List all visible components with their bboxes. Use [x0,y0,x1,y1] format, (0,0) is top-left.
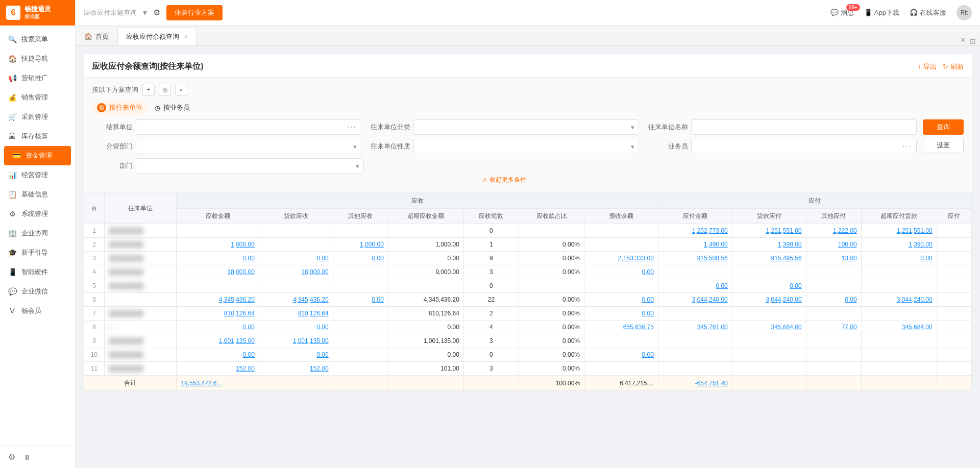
filter-collapse-btn[interactable]: « [175,84,187,96]
tab-close-window-icon[interactable]: × [960,35,966,45]
cell-link[interactable]: 77.00 [842,324,857,331]
sidebar-item-enterprise[interactable]: 🏢企业协同 [0,224,75,243]
row-ap-amt [658,307,732,321]
filter-option-by-staff[interactable]: ◷ 按业务员 [150,101,195,114]
unit-name-input[interactable] [691,119,917,135]
cell-link[interactable]: 4,345,436.20 [293,296,329,303]
dept-select[interactable]: ▾ [136,139,361,154]
cell-link[interactable]: 1,000.00 [231,241,255,248]
cell-link[interactable]: 0.00 [642,310,654,317]
message-button[interactable]: 💬 消息 99+ [830,8,854,17]
cell-link[interactable]: 0.00 [316,255,328,262]
cell-link[interactable]: 345,761.00 [697,324,728,331]
cell-link[interactable]: 3,044,240.00 [692,296,728,303]
tab-close-icon[interactable]: × [184,33,188,40]
app-download-link[interactable]: 📱 App下载 [864,8,899,17]
setting-button[interactable]: 设置 [923,138,964,153]
cell-link[interactable]: 0.00 [372,296,383,303]
cell-link[interactable]: 915,495.56 [771,255,802,262]
sidebar-item-search[interactable]: 🔍搜索菜单 [0,30,75,49]
cell-link[interactable]: 810,126.64 [224,310,255,317]
collapse-icon[interactable]: ⏸ [23,453,31,461]
row-ap [937,224,971,238]
cell-link[interactable]: 1,001,135.00 [293,337,329,344]
table-gear-icon[interactable]: ⚙ [91,205,97,212]
sidebar-item-system[interactable]: ⚙系统管理 [0,204,75,224]
cell-link[interactable]: 0.00 [642,296,654,303]
cell-link[interactable]: 1,000.00 [360,241,384,248]
cell-link[interactable]: 345,684.00 [771,324,802,331]
cell-link[interactable]: 0.00 [316,324,328,331]
cell-link[interactable]: 1,001,135.00 [219,337,255,344]
row-loan-ap: 1,251,551.00 [732,224,806,238]
total-ar-amt[interactable]: 19,553,472,6... [177,376,259,391]
refresh-button[interactable]: ↻ 刷新 [943,62,964,71]
filter-settings-btn[interactable]: ◎ [159,84,171,96]
cell-link[interactable]: 810,126.64 [298,310,329,317]
cell-link[interactable]: 3,044,240.00 [897,296,933,303]
cell-link[interactable]: 655,636.75 [623,324,654,331]
cell-link[interactable]: 1,251,551.00 [766,227,802,234]
sidebar-item-sales[interactable]: 💰销售管理 [0,88,75,107]
cell-link[interactable]: 2,153,333.00 [618,255,654,262]
filter-add-btn[interactable]: + [142,84,155,96]
cell-link[interactable]: 1,251,551.00 [897,227,933,234]
sidebar-item-basic[interactable]: 📋基础信息 [0,185,75,204]
sidebar-item-guide[interactable]: 🎓新手引导 [0,243,75,262]
cell-link[interactable]: 152.00 [310,365,329,372]
sidebar-item-wechat[interactable]: 💬企业微信 [0,282,75,301]
promo-button[interactable]: 体验行业方案 [166,5,223,20]
sidebar-item-hardware[interactable]: 📱智能硬件 [0,262,75,282]
cell-link[interactable]: 0.00 [716,282,727,289]
cell-link[interactable]: 0.00 [790,282,801,289]
cell-link[interactable]: 100.00 [838,241,857,248]
tab-expand-icon[interactable]: ⊡ [970,37,976,45]
cell-link[interactable]: 915,508.56 [697,255,728,262]
collapse-more-btn[interactable]: ∧ 收起更多条件 [92,174,917,186]
cell-link[interactable]: 0.00 [243,351,255,358]
cell-link[interactable]: 3,044,240.00 [766,296,802,303]
settings-gear-icon[interactable]: ⚙ [8,452,15,462]
sidebar-item-inventory[interactable]: 🏛库存核算 [0,127,75,146]
cell-link[interactable]: 1,222.00 [833,227,857,234]
cell-link[interactable]: 18,000.00 [301,268,328,276]
filter-option-by-unit[interactable]: 畅 按往来单位 [92,101,148,114]
cell-link[interactable]: 1,390.00 [778,241,802,248]
cell-link[interactable]: 0.00 [642,351,654,358]
sidebar-item-operation[interactable]: 📊经营管理 [0,165,75,185]
cell-link[interactable]: 0.00 [372,255,383,262]
cell-link[interactable]: 13.00 [842,255,857,262]
tab-balance[interactable]: 应收应付余额查询 × [117,27,197,45]
cell-link[interactable]: 18,000.00 [227,268,254,276]
online-service-link[interactable]: 🎧 在线客服 [910,8,946,17]
query-button[interactable]: 查询 [923,119,964,135]
salesperson-input[interactable]: ··· [691,139,917,154]
cell-link[interactable]: 0.00 [845,296,856,303]
settlement-input[interactable]: ··· [136,119,361,135]
sidebar-item-member[interactable]: V畅会员 [0,301,75,321]
user-avatar[interactable]: Rit [957,5,972,20]
tab-home[interactable]: 🏠 首页 [76,27,117,45]
sidebar-item-quicknav[interactable]: 🏠快捷导航 [0,49,75,68]
total-ap-amt[interactable]: -654,751.40 [658,376,732,391]
cell-link[interactable]: 1,490.00 [704,241,728,248]
header-gear-icon[interactable]: ⚙ [153,8,160,17]
cell-link[interactable]: 1,252,773.00 [692,227,728,234]
unit-category-select[interactable]: ▾ [413,119,639,135]
cell-link[interactable]: 0.00 [316,351,328,358]
cell-link[interactable]: 0.00 [920,255,932,262]
sidebar-item-finance[interactable]: 💳资金管理 [4,146,71,165]
export-button[interactable]: ↑ 导出 [918,62,937,71]
cell-link[interactable]: 1,390.00 [909,241,933,248]
header-nav-dropdown[interactable]: ▾ [143,8,147,17]
unit-nature-select[interactable]: ▾ [413,139,639,154]
cell-link[interactable]: 0.00 [243,324,255,331]
sidebar-item-marketing[interactable]: 📢营销推广 [0,68,75,88]
cell-link[interactable]: 0.00 [243,255,255,262]
cell-link[interactable]: 345,684.00 [902,324,933,331]
section-dept-select[interactable]: ▾ [136,158,364,174]
cell-link[interactable]: 4,345,436.20 [219,296,255,303]
cell-link[interactable]: 152.00 [236,365,255,372]
cell-link[interactable]: 0.00 [642,268,654,276]
sidebar-item-purchase[interactable]: 🛒采购管理 [0,107,75,127]
